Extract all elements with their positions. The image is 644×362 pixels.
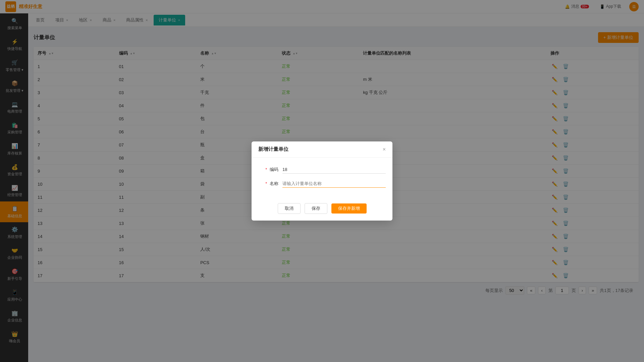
- dialog-body: * 编码 * 名称: [252, 158, 392, 199]
- save-and-new-button[interactable]: 保存并新增: [331, 203, 367, 214]
- required-mark-name: *: [265, 181, 267, 186]
- form-label-name: * 名称: [258, 181, 278, 187]
- code-input[interactable]: [282, 166, 386, 174]
- add-unit-dialog: 新增计量单位 × * 编码 * 名称 取消 保存 保存并新增: [252, 141, 392, 221]
- name-input[interactable]: [282, 180, 386, 188]
- dialog-header: 新增计量单位 ×: [252, 141, 392, 158]
- save-button[interactable]: 保存: [305, 203, 327, 214]
- form-row-code: * 编码: [258, 166, 386, 174]
- dialog-close-btn[interactable]: ×: [383, 146, 386, 153]
- modal-overlay: 新增计量单位 × * 编码 * 名称 取消 保存 保存并新增: [0, 0, 644, 362]
- form-row-name: * 名称: [258, 180, 386, 188]
- dialog-title: 新增计量单位: [258, 146, 288, 153]
- dialog-footer: 取消 保存 保存并新增: [252, 199, 392, 221]
- cancel-button[interactable]: 取消: [278, 203, 301, 214]
- required-mark-code: *: [265, 167, 267, 172]
- form-label-code: * 编码: [258, 167, 278, 173]
